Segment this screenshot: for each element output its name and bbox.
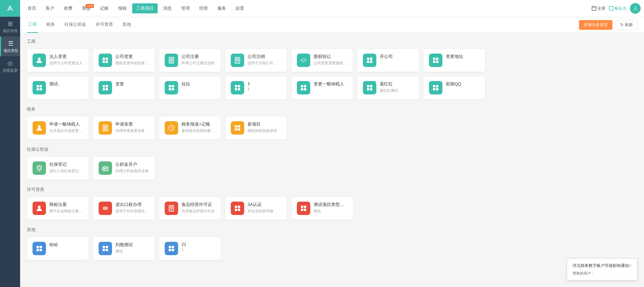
card-equity-transfer[interactable]: 股权转让 公司变更需要股权转让 (291, 49, 353, 72)
fullscreen-btn[interactable]: 全屏 (592, 6, 605, 11)
sidebar: ⊞ 项目管理 ☰ 项目类型 ◎ 进度监测 (0, 0, 20, 287)
card-title-3a-cert: 3A认证 (248, 202, 281, 208)
card-apply-invoice[interactable]: 申请发票 办理申请发票业务 (93, 116, 155, 140)
tab-permit[interactable]: 许可资质 (94, 17, 114, 33)
nav-service[interactable]: 服务 (213, 3, 230, 13)
card-apply-general[interactable]: 申请一般纳税人 当月或次月成变更完成 (27, 116, 89, 140)
card-desc-company-cancel: 适用于注销公司 (248, 61, 281, 66)
nav-accounting[interactable]: 记账 (96, 3, 113, 13)
page-content: 工商 法人变更 适用于公司变更法人 (20, 33, 644, 272)
industrial-cards-grid: 法人变更 适用于公司变更法人 公司变更 股权变更外的业务变更 (27, 49, 637, 72)
svg-rect-85 (106, 246, 108, 248)
card-new-project[interactable]: 新项目 报税加税控盘保管 (225, 116, 287, 140)
sidebar-logo[interactable] (0, 0, 20, 17)
card-icon-import-export (99, 202, 112, 215)
tab-other[interactable]: 其他 (121, 17, 132, 33)
card-title-change-address: 变更地址 (446, 54, 480, 60)
user-avatar[interactable]: 人 (630, 3, 641, 14)
card-icon-trademark (33, 202, 46, 215)
add-type-button[interactable]: 新增业务类型 (579, 20, 612, 30)
card-icon-food-permit (165, 202, 178, 215)
card-company-register[interactable]: 公司注册 申请公司注册全流程 (159, 49, 221, 72)
card-company-cancel[interactable]: 公司注销 适用于注销公司 (225, 49, 287, 72)
tab-industrial[interactable]: 工商 (27, 17, 38, 33)
card-icon-new-project (231, 121, 244, 135)
card-test[interactable]: 测试 (27, 76, 89, 99)
svg-rect-4 (103, 58, 105, 60)
nav-tax[interactable]: 报税 (114, 3, 131, 13)
card-company-change[interactable]: 公司变更 股权变更外的业务变更 (93, 49, 155, 72)
card-liupao-test[interactable]: 刘胞测试 测试 (93, 237, 155, 260)
notification-header: 河北税务数字账户升级影响通知 × (573, 263, 632, 269)
svg-rect-41 (301, 85, 303, 87)
card-title-change-general: 变更一般纳税人 (314, 81, 347, 87)
card-desc-food-permit: 办理食品经营许可证 (181, 209, 215, 214)
svg-rect-38 (238, 85, 240, 87)
card-social-register[interactable]: 社保登记 进行人员社保登记 (27, 156, 89, 180)
card-one[interactable]: 1 1 (225, 76, 287, 99)
nav-industrial[interactable]: 工商项目 (132, 3, 158, 13)
card-twentyone[interactable]: 21 1 (159, 237, 221, 260)
card-title-import-export: 进出口权办理 (115, 202, 149, 208)
sidebar-item-label-progress-monitor: 进度监测 (3, 68, 17, 73)
card-import-export[interactable]: 进出口权办理 适用于对外贸易经营者 (93, 197, 155, 220)
card-title-company-register: 公司注册 (181, 54, 215, 60)
card-icon-one (231, 81, 244, 94)
card-desc-social-register: 进行人员社保登记 (49, 168, 83, 173)
card-icon-company-register (165, 54, 178, 67)
svg-rect-60 (238, 125, 240, 128)
card-title-change: 变更 (115, 81, 149, 87)
nav-message[interactable]: 消息 (159, 3, 176, 13)
sidebar-item-project-type[interactable]: ☰ 项目类型 (0, 37, 20, 56)
nav-operation[interactable]: 经营 (195, 3, 212, 13)
sidebar-item-project-manage[interactable]: ⊞ 项目管理 (0, 17, 20, 37)
card-tax-report[interactable]: 税务报道+记账 拿到营业执照的新公司 (159, 116, 221, 140)
project-type-icon: ☰ (8, 40, 13, 47)
top-navigation: 首页 客户 收费 票据 new 记账 报税 工商项目 消息 管理 经营 服务 设… (20, 0, 644, 17)
card-3a-cert[interactable]: 3A认证 对企业信誉评级 (225, 197, 287, 220)
tab-social[interactable]: 社保公积金 (63, 17, 88, 33)
card-desc-apply-invoice: 办理申请发票业务 (115, 128, 149, 133)
card-trademark[interactable]: 商标注册 用于企业商标注册服务 (27, 197, 89, 220)
card-test-type[interactable]: 测试项目类型目定义 测试 (291, 197, 353, 220)
card-open-company[interactable]: 开公司 (357, 49, 419, 72)
card-legal-change[interactable]: 法人变更 适用于公司变更法人 (27, 49, 89, 72)
nav-manage[interactable]: 管理 (177, 3, 194, 13)
card-haha[interactable]: 哈哈 (27, 237, 89, 260)
tab-tax[interactable]: 税务 (45, 17, 56, 33)
svg-rect-25 (37, 85, 39, 87)
sidebar-item-progress-monitor[interactable]: ◎ 进度监测 (0, 56, 20, 76)
svg-rect-21 (433, 58, 435, 60)
nav-client[interactable]: 客户 (42, 3, 58, 13)
card-food-permit[interactable]: 食品经营许可证 办理食品经营许可证 (159, 197, 221, 220)
card-gehonghong[interactable]: 葛红红 葛红红测试 (357, 76, 419, 99)
project-manage-icon: ⊞ (8, 20, 13, 27)
card-icon-lala (165, 81, 178, 94)
card-lala[interactable]: 拉拉 (159, 76, 221, 99)
card-change-general[interactable]: 变更一般纳税人 (291, 76, 353, 99)
card-desc-one: 1 (248, 87, 281, 91)
card-fund-open[interactable]: 公积金开户 办理公积金相关业务 (93, 156, 155, 180)
card-change[interactable]: 变更 (93, 76, 155, 99)
sidebar-item-label-project-type: 项目类型 (3, 49, 18, 53)
section-title-industrial: 工商 (27, 39, 637, 45)
card-title-apply-invoice: 申请发票 (115, 121, 149, 127)
refresh-button[interactable]: ↻ 刷新 (616, 20, 637, 30)
svg-rect-77 (304, 206, 306, 208)
card-icon-3a-cert (231, 202, 244, 215)
svg-rect-63 (103, 167, 108, 171)
nav-ticket[interactable]: 票据 new (78, 3, 95, 13)
notification-close-button[interactable]: × (629, 263, 632, 268)
nav-billing[interactable]: 收费 (60, 3, 76, 13)
svg-rect-27 (37, 88, 39, 90)
svg-rect-6 (103, 61, 105, 63)
card-qianqi-qq[interactable]: 前期QQ (423, 76, 485, 99)
nav-settings[interactable]: 设置 (231, 3, 248, 13)
member-btn[interactable]: 畅会员 (609, 6, 627, 11)
svg-rect-42 (304, 85, 306, 87)
card-icon-change-general (297, 81, 310, 94)
card-change-address[interactable]: 变更地址 (423, 49, 485, 72)
other-cards-grid: 哈哈 刘胞测试 测试 (27, 237, 637, 260)
nav-home[interactable]: 首页 (23, 3, 40, 13)
svg-rect-46 (370, 85, 372, 87)
